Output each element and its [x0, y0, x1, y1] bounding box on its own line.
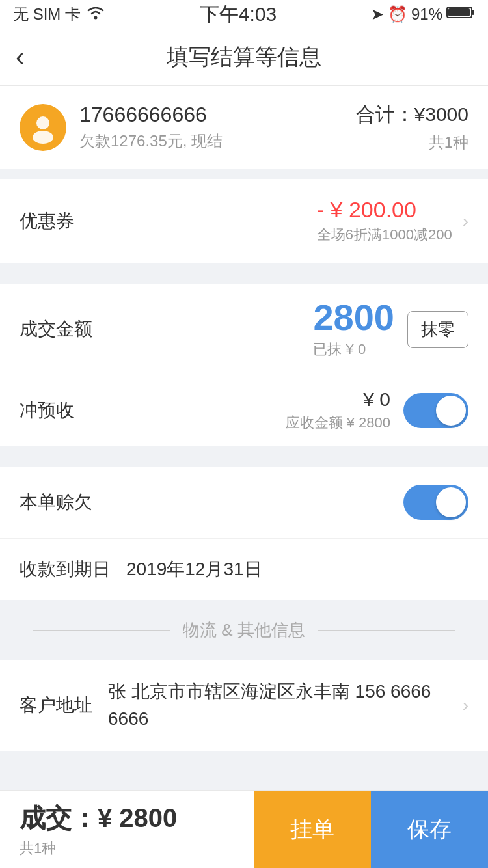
- credit-label: 本单赊欠: [20, 490, 92, 515]
- sim-label: 无 SIM 卡: [13, 4, 81, 25]
- credit-toggle[interactable]: [403, 485, 468, 520]
- credit-toggle-circle: [436, 487, 466, 517]
- coupon-desc: 全场6折满1000减200: [317, 225, 452, 245]
- bottom-bar: 成交：¥ 2800 共1种 挂单 保存: [0, 790, 488, 868]
- prepay-value: ¥ 0 应收金额 ¥ 2800: [286, 388, 390, 433]
- round-button[interactable]: 抹零: [407, 311, 468, 348]
- svg-point-4: [36, 116, 49, 129]
- prepay-amount: ¥ 0: [286, 388, 390, 411]
- bottom-deal: 成交：¥ 2800: [20, 800, 234, 836]
- deal-right: 2800 已抹 ¥ 0 抹零: [313, 299, 468, 359]
- avatar: [20, 104, 66, 151]
- coupon-section: 优惠券 - ¥ 200.00 全场6折满1000减200 ›: [0, 179, 488, 263]
- deal-amount-row: 成交金额 2800 已抹 ¥ 0 抹零: [0, 284, 488, 375]
- save-button[interactable]: 保存: [371, 791, 488, 869]
- duedate-row: 收款到期日 2019年12月31日: [0, 538, 488, 600]
- divider-line-right: [318, 630, 455, 631]
- main-content: 17666666666 欠款1276.35元, 现结 合计：¥3000 共1种 …: [0, 86, 488, 868]
- address-label: 客户地址: [20, 693, 92, 718]
- deal-value: 2800: [313, 299, 394, 336]
- alarm-icon: ⏰: [388, 5, 407, 23]
- customer-info: 17666666666 欠款1276.35元, 现结: [79, 103, 223, 152]
- toggle-circle: [436, 396, 466, 426]
- location-icon: ➤: [371, 5, 384, 23]
- hold-button[interactable]: 挂单: [254, 791, 371, 869]
- credit-row: 本单赊欠: [0, 467, 488, 538]
- status-right: ➤ ⏰ 91%: [371, 5, 475, 23]
- svg-point-5: [33, 131, 53, 144]
- coupon-amount: - ¥ 200.00: [317, 197, 452, 223]
- back-button[interactable]: ‹: [16, 42, 24, 72]
- address-chevron-icon: ›: [463, 695, 468, 716]
- customer-card: 17666666666 欠款1276.35元, 现结 合计：¥3000 共1种: [0, 86, 488, 169]
- deal-value-block: 2800 已抹 ¥ 0: [313, 299, 394, 359]
- separator-2: [0, 456, 488, 467]
- prepay-toggle[interactable]: [403, 393, 468, 428]
- deal-label: 成交金额: [20, 317, 92, 342]
- status-bar: 无 SIM 卡 下午4:03 ➤ ⏰ 91%: [0, 0, 488, 29]
- divider-text: 物流 & 其他信息: [183, 619, 305, 642]
- total-count: 共1种: [356, 132, 468, 153]
- deal-sub: 已抹 ¥ 0: [313, 340, 394, 359]
- nav-bar: ‹ 填写结算等信息: [0, 29, 488, 86]
- customer-debt: 欠款1276.35元, 现结: [79, 131, 223, 152]
- prepay-label: 冲预收: [20, 398, 74, 423]
- page-title: 填写结算等信息: [167, 42, 321, 72]
- coupon-info: - ¥ 200.00 全场6折满1000减200: [317, 197, 452, 245]
- coupon-row[interactable]: 优惠券 - ¥ 200.00 全场6折满1000减200 ›: [0, 179, 488, 263]
- prepay-row: 冲预收 ¥ 0 应收金额 ¥ 2800: [0, 375, 488, 446]
- svg-point-0: [94, 16, 98, 20]
- logistics-divider: 物流 & 其他信息: [0, 610, 488, 649]
- customer-left: 17666666666 欠款1276.35元, 现结: [20, 103, 223, 152]
- customer-phone: 17666666666: [79, 103, 223, 127]
- prepay-right: ¥ 0 应收金额 ¥ 2800: [286, 388, 468, 433]
- bottom-count: 共1种: [20, 839, 234, 858]
- bottom-deal-amount: ¥ 2800: [98, 804, 177, 832]
- deal-section: 成交金额 2800 已抹 ¥ 0 抹零 冲预收 ¥ 0 应收金额 ¥ 2800: [0, 284, 488, 446]
- duedate-value: 2019年12月31日: [126, 557, 262, 582]
- coupon-chevron-icon: ›: [463, 211, 468, 232]
- coupon-label: 优惠券: [20, 209, 74, 234]
- wifi-icon: [86, 5, 105, 23]
- battery-label: 91%: [411, 5, 442, 23]
- prepay-receivable: 应收金额 ¥ 2800: [286, 413, 390, 433]
- divider-wrapper: 物流 & 其他信息: [0, 619, 488, 642]
- customer-right: 合计：¥3000 共1种: [356, 102, 468, 153]
- status-left: 无 SIM 卡: [13, 4, 105, 25]
- credit-section: 本单赊欠 收款到期日 2019年12月31日: [0, 467, 488, 600]
- address-row[interactable]: 客户地址 张 北京市市辖区海淀区永丰南 156 6666 6666 ›: [0, 660, 488, 751]
- svg-rect-3: [448, 8, 470, 16]
- address-value: 张 北京市市辖区海淀区永丰南 156 6666 6666: [108, 678, 463, 733]
- svg-rect-2: [472, 10, 474, 15]
- separator-1: [0, 273, 488, 284]
- battery-icon: [446, 5, 475, 23]
- divider-line-left: [33, 630, 170, 631]
- coupon-right: - ¥ 200.00 全场6折满1000减200 ›: [317, 197, 468, 245]
- status-time: 下午4:03: [200, 1, 277, 28]
- duedate-label: 收款到期日: [20, 557, 111, 582]
- total-amount: 合计：¥3000: [356, 102, 468, 128]
- bottom-summary: 成交：¥ 2800 共1种: [0, 800, 254, 858]
- bottom-deal-label: 成交：: [20, 804, 98, 832]
